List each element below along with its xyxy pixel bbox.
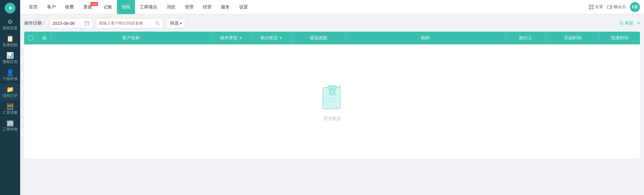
nav-item-fuwu[interactable]: 服务 bbox=[216, 0, 234, 14]
th-operation-type[interactable]: 操作类型 ▼ bbox=[211, 32, 252, 44]
nav-item-gongshang[interactable]: 工商项目 bbox=[135, 0, 162, 14]
th-tax-type: 税种 bbox=[346, 32, 506, 44]
calendar-icon bbox=[85, 21, 89, 26]
column-settings-icon[interactable] bbox=[42, 36, 47, 40]
sidebar-label: 工商年报 bbox=[3, 127, 17, 131]
top-nav-right: 全屏 畅会员 CE bbox=[589, 2, 640, 12]
th-label: 结束时间 bbox=[611, 35, 629, 41]
nav-label: 记账 bbox=[103, 4, 112, 10]
th-end-time: 结束时间 bbox=[600, 32, 640, 44]
svg-rect-1 bbox=[592, 5, 593, 6]
nav-item-xiaoxi[interactable]: 消息 bbox=[162, 0, 180, 14]
nav-item-jizhang[interactable]: 记账 bbox=[99, 0, 117, 14]
page-content: 操作日期： 筛选 ▾ bbox=[20, 14, 644, 195]
nav-item-client[interactable]: 客户 bbox=[42, 0, 60, 14]
svg-rect-3 bbox=[592, 8, 593, 9]
svg-rect-2 bbox=[589, 8, 591, 9]
close-button[interactable]: × bbox=[637, 20, 640, 26]
nav-label: 首页 bbox=[29, 4, 38, 10]
fullscreen-button[interactable]: 全屏 bbox=[589, 4, 603, 10]
select-all-checkbox[interactable] bbox=[24, 32, 38, 44]
nav-label: 报税 bbox=[122, 4, 130, 10]
nav-item-jingying[interactable]: 经营 bbox=[198, 0, 216, 14]
avatar[interactable]: CE bbox=[630, 2, 640, 12]
date-input[interactable] bbox=[52, 21, 83, 26]
sidebar-item-geshuishenbao[interactable]: 👤 个税申报 bbox=[0, 67, 20, 84]
th-client-name: 客户名称 bbox=[51, 32, 211, 44]
nav-label: 客户 bbox=[47, 4, 56, 10]
th-executor: 执行人 bbox=[506, 32, 546, 44]
search-wrap[interactable] bbox=[96, 18, 163, 28]
nav-label: 消息 bbox=[167, 4, 175, 10]
sidebar-label: 个税申报 bbox=[3, 77, 17, 81]
filter-label: 筛选 bbox=[170, 20, 179, 26]
svg-line-10 bbox=[159, 24, 160, 26]
sidebar-logo: ✦ bbox=[0, 0, 20, 16]
sidebar-item-baoshuijilu[interactable]: 📁 报税记录 bbox=[0, 84, 20, 101]
sidebar-label: 报税记录 bbox=[3, 93, 17, 98]
nav-item-baoshui[interactable]: 报税 bbox=[117, 0, 135, 14]
search-input[interactable] bbox=[99, 21, 153, 26]
refresh-button[interactable]: ↻ 刷新 bbox=[619, 20, 634, 26]
overview-icon: 📊 bbox=[6, 52, 14, 58]
table-container: 客户名称 操作类型 ▼ 执行状态 ▼ 错误原因 税种 执行人 bbox=[24, 32, 640, 159]
record-icon: 📁 bbox=[6, 86, 14, 92]
video-icon bbox=[607, 5, 612, 9]
refresh-label: 刷新 bbox=[625, 20, 634, 26]
svg-point-11 bbox=[42, 36, 46, 40]
svg-rect-4 bbox=[607, 5, 611, 9]
sidebar-item-gongshangnianbao[interactable]: 🏢 工商年报 bbox=[0, 117, 20, 134]
nav-item-piaoju[interactable]: 票据 new bbox=[79, 0, 99, 14]
search-icon bbox=[155, 21, 160, 26]
sidebar-item-huisuanqingjiao[interactable]: 🧮 汇算清缴 bbox=[0, 101, 20, 117]
logo-icon: ✦ bbox=[5, 3, 15, 13]
svg-rect-0 bbox=[589, 5, 591, 6]
nav-item-shezhi[interactable]: 设置 bbox=[234, 0, 253, 14]
svg-point-9 bbox=[156, 22, 159, 24]
th-label: 客户名称 bbox=[122, 35, 140, 41]
sort-icon: ▼ bbox=[279, 36, 283, 40]
new-badge: new bbox=[90, 2, 98, 6]
main-area: 首页 客户 收费 票据 new 记账 报税 工商项目 消息 bbox=[20, 0, 644, 195]
th-error-reason: 错误原因 bbox=[292, 32, 346, 44]
th-label: 操作类型 bbox=[220, 35, 238, 41]
empty-state: 暂无数据 bbox=[319, 68, 346, 135]
nav-item-guanli[interactable]: 管理 bbox=[180, 0, 198, 14]
th-settings bbox=[38, 32, 51, 44]
sidebar: ✦ ⚙ 报税设置 📋 批量报税 📊 报税总览 👤 个税申报 📁 报税记录 🧮 汇… bbox=[0, 0, 20, 195]
toolbar: 操作日期： 筛选 ▾ bbox=[24, 18, 640, 28]
th-start-time: 开始时间 bbox=[546, 32, 600, 44]
date-label: 操作日期： bbox=[24, 20, 46, 26]
th-label: 执行人 bbox=[519, 35, 532, 41]
sidebar-item-baoshui-shezhi[interactable]: ⚙ 报税设置 bbox=[0, 16, 20, 33]
settings-icon: ⚙ bbox=[7, 19, 13, 25]
sort-icon: ▼ bbox=[239, 36, 242, 40]
fullscreen-label: 全屏 bbox=[595, 4, 603, 10]
top-nav: 首页 客户 收费 票据 new 记账 报税 工商项目 消息 bbox=[20, 0, 644, 14]
sidebar-label: 汇算清缴 bbox=[3, 110, 17, 115]
svg-point-20 bbox=[332, 93, 333, 94]
nav-item-shoufei[interactable]: 收费 bbox=[60, 0, 79, 14]
refresh-icon: ↻ bbox=[619, 21, 624, 26]
nav-label: 服务 bbox=[221, 4, 230, 10]
nav-item-home[interactable]: 首页 bbox=[24, 0, 42, 14]
person-tax-icon: 👤 bbox=[6, 70, 14, 76]
sidebar-label: 批量报税 bbox=[3, 43, 17, 47]
sidebar-item-baoshuizonglan[interactable]: 📊 报税总览 bbox=[0, 50, 20, 67]
fullscreen-icon bbox=[589, 5, 594, 9]
sidebar-item-piliangbaoshui[interactable]: 📋 批量报税 bbox=[0, 33, 20, 50]
th-label: 税种 bbox=[421, 35, 430, 41]
th-exec-status[interactable]: 执行状态 ▼ bbox=[252, 32, 292, 44]
date-picker[interactable] bbox=[49, 18, 92, 28]
table-body: 暂无数据 bbox=[24, 44, 640, 159]
empty-text: 暂无数据 bbox=[324, 116, 341, 122]
th-label: 错误原因 bbox=[310, 35, 327, 41]
close-icon: × bbox=[637, 20, 640, 26]
svg-point-22 bbox=[338, 85, 341, 88]
member-button[interactable]: 畅会员 bbox=[607, 4, 626, 10]
nav-label: 收费 bbox=[65, 4, 74, 10]
empty-illustration bbox=[319, 81, 346, 112]
nav-label: 经营 bbox=[203, 4, 212, 10]
filter-button[interactable]: 筛选 ▾ bbox=[166, 18, 185, 28]
nav-items: 首页 客户 收费 票据 new 记账 报税 工商项目 消息 bbox=[24, 0, 589, 14]
